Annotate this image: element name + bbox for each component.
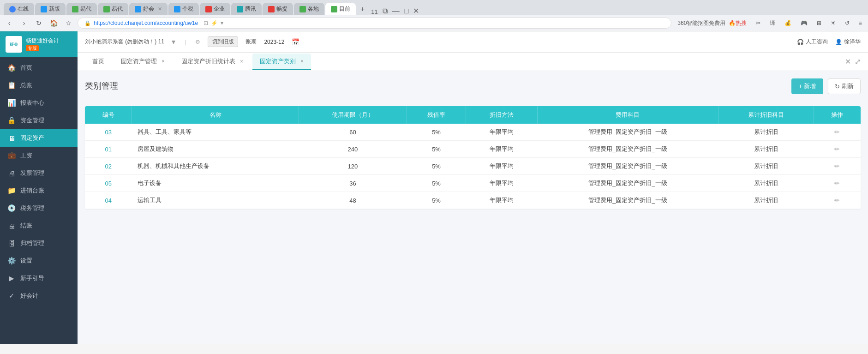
browser-tab-7[interactable]: 企业	[200, 3, 230, 15]
logo-icon: 好会	[6, 36, 22, 53]
game-icon[interactable]: 🎮	[798, 19, 810, 27]
tab-maximize-button[interactable]: ⤢	[855, 57, 861, 66]
tab-list-button[interactable]: 11	[371, 8, 377, 15]
tab-asset-category-label: 固定资产类别	[260, 57, 296, 66]
brightness-icon[interactable]: ☀	[828, 19, 838, 27]
service-button[interactable]: 🎧 人工咨询	[797, 38, 828, 46]
sidebar-item-fund[interactable]: 🔒 资金管理	[0, 112, 78, 129]
grid-icon[interactable]: ⊞	[814, 19, 824, 27]
user-settings-icon[interactable]: ⚙	[195, 39, 200, 45]
browser-tab-5[interactable]: 好会 ✕	[129, 3, 168, 15]
tab-asset-category[interactable]: 固定资产类别 ×	[252, 54, 311, 70]
action-bar: + 新增 ↻ 刷新	[791, 78, 861, 94]
cell-action[interactable]: ✏	[814, 192, 861, 209]
cell-name: 器具、工具、家具等	[132, 124, 299, 141]
settings-icon: ⚙️	[7, 257, 16, 265]
edit-icon[interactable]: ✏	[834, 197, 840, 204]
edit-icon[interactable]: ✏	[834, 145, 840, 153]
cell-code[interactable]: 04	[85, 192, 132, 209]
refresh-button[interactable]: ↻ 刷新	[828, 78, 861, 94]
browser-tab-10[interactable]: 各地	[294, 3, 324, 15]
table-row: 01 房屋及建筑物 240 5% 年限平均 管理费用_固定资产折旧_一级 累计折…	[85, 141, 861, 158]
edit-icon[interactable]: ✏	[834, 180, 840, 187]
browser-tab-9[interactable]: 畅提	[263, 3, 293, 15]
cell-code[interactable]: 01	[85, 141, 132, 158]
edit-icon[interactable]: ✏	[834, 128, 840, 136]
new-tab-button[interactable]: +	[357, 3, 368, 15]
browser-tab-11[interactable]: 目前	[325, 3, 356, 15]
sidebar-item-tax[interactable]: 💿 税务管理	[0, 199, 78, 217]
cell-code[interactable]: 02	[85, 158, 132, 175]
browser-tab-4[interactable]: 易代	[98, 3, 128, 15]
browser-tab-2[interactable]: 新版	[35, 3, 66, 15]
cell-action[interactable]: ✏	[814, 175, 861, 192]
cell-accum: 累计折旧	[718, 192, 814, 209]
translate-icon[interactable]: 译	[767, 18, 778, 28]
tab-close-5[interactable]: ✕	[158, 6, 162, 12]
sidebar-item-inout[interactable]: 📁 进销台账	[0, 182, 78, 199]
search-box[interactable]: 360智能抠图免费用 🔥热搜	[675, 18, 749, 28]
sidebar-item-salary[interactable]: 💼 工资	[0, 147, 78, 164]
back-button[interactable]: ‹	[4, 18, 15, 29]
address-text: https://cloud.chanjet.com/accounting/uw1…	[94, 20, 198, 26]
minimize-button[interactable]: —	[392, 7, 400, 15]
browser-tab-3[interactable]: 易代	[66, 3, 97, 15]
cell-residual: 5%	[407, 192, 466, 209]
sidebar-label-ledger: 总账	[20, 81, 32, 90]
undo-icon[interactable]: ↺	[843, 19, 852, 27]
home-button[interactable]: 🏠	[48, 18, 59, 29]
switch-to-old-button[interactable]: 切到旧版	[208, 36, 238, 47]
browser-tab-6[interactable]: 个税	[168, 3, 199, 15]
address-box[interactable]: 🔒 https://cloud.chanjet.com/accounting/u…	[78, 18, 671, 29]
table-row: 04 运输工具 48 5% 年限平均 管理费用_固定资产折旧_一级 累计折旧 ✏	[85, 192, 861, 209]
bookmark-button[interactable]: ☆	[63, 18, 74, 29]
cell-action[interactable]: ✏	[814, 124, 861, 141]
sidebar-item-help[interactable]: ✓ 好会计	[0, 287, 78, 305]
sidebar-label-checkout: 结账	[20, 222, 32, 230]
cell-action[interactable]: ✏	[814, 141, 861, 158]
browser-tab-8[interactable]: 腾讯	[231, 3, 262, 15]
tab-depreciation-close[interactable]: ×	[240, 58, 243, 65]
user-dropdown-icon[interactable]: ▾	[172, 37, 175, 46]
cell-name: 机器、机械和其他生产设备	[132, 158, 299, 175]
wallet-icon[interactable]: 💰	[782, 19, 794, 27]
main-panel: 刘小艳演示系套 (勿删勿动！) 11 ▾ | ⚙ 切到旧版 账期 2023-12…	[78, 31, 868, 344]
sidebar-item-checkout[interactable]: 🖨 结账	[0, 217, 78, 234]
cell-action[interactable]: ✏	[814, 158, 861, 175]
inout-icon: 📁	[7, 186, 16, 195]
restore-button[interactable]: ⧉	[383, 7, 388, 15]
sidebar-item-ledger[interactable]: 📋 总账	[0, 77, 78, 94]
edit-icon[interactable]: ✏	[834, 162, 840, 170]
sidebar-item-guide[interactable]: ▶ 新手引导	[0, 270, 78, 287]
sidebar-item-archive[interactable]: 🗄 归档管理	[0, 234, 78, 252]
tab-close-all-button[interactable]: ✕	[845, 57, 851, 66]
invoice-icon: 🖨	[7, 169, 16, 177]
cut-icon[interactable]: ✂	[754, 19, 763, 27]
page-title: 类别管理	[85, 80, 118, 91]
calendar-icon[interactable]: 📅	[292, 38, 299, 46]
cell-expense: 管理费用_固定资产折旧_一级	[538, 124, 718, 141]
tab-asset-mgmt[interactable]: 固定资产管理 ×	[114, 54, 172, 70]
sidebar-item-settings[interactable]: ⚙️ 设置	[0, 252, 78, 270]
sidebar-item-home[interactable]: 🏠 首页	[0, 59, 78, 77]
browser-tab-1[interactable]: 在线	[4, 3, 34, 15]
tab-asset-category-close[interactable]: ×	[300, 58, 304, 65]
user-avatar-area[interactable]: 👤 徐泽华	[835, 38, 861, 46]
salary-icon: 💼	[7, 151, 16, 160]
add-button[interactable]: + 新增	[791, 78, 823, 94]
sidebar-item-invoice[interactable]: 🖨 发票管理	[0, 164, 78, 182]
forward-button[interactable]: ›	[18, 18, 30, 29]
tab-home[interactable]: 首页	[85, 54, 112, 70]
sidebar-item-fixed[interactable]: 🖥 固定资产	[0, 129, 78, 147]
data-table: 编号 名称 使用期限（月） 残值率 折旧方法 费用科目 累计折旧科目 操作 03…	[85, 106, 861, 209]
maximize-button[interactable]: □	[404, 7, 409, 15]
cell-code[interactable]: 03	[85, 124, 132, 141]
close-window-button[interactable]: ✕	[413, 6, 419, 15]
cell-name: 房屋及建筑物	[132, 141, 299, 158]
sidebar-item-report[interactable]: 📊 报表中心	[0, 94, 78, 112]
tab-depreciation-table[interactable]: 固定资产折旧统计表 ×	[174, 54, 251, 70]
menu-icon[interactable]: ≡	[856, 19, 864, 27]
tab-asset-mgmt-close[interactable]: ×	[162, 58, 165, 65]
cell-code[interactable]: 05	[85, 175, 132, 192]
reload-button[interactable]: ↻	[33, 18, 44, 29]
